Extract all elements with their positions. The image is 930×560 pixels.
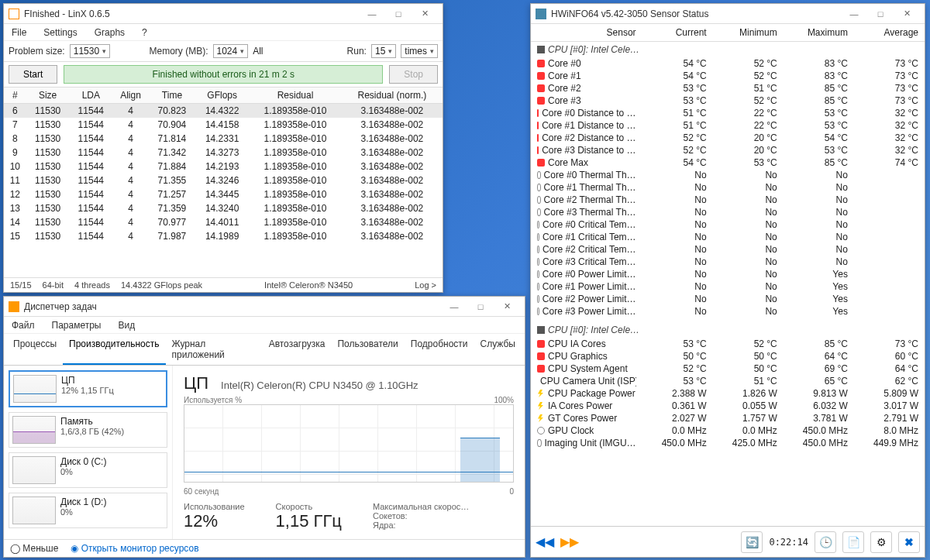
minimize-button[interactable]: —	[359, 6, 385, 22]
menu-file[interactable]: Файл	[7, 318, 40, 332]
stop-button[interactable]: Stop	[389, 65, 438, 84]
linx-titlebar[interactable]: FInished - LinX 0.6.5 — □ ✕	[4, 4, 443, 24]
sensor-row[interactable]: Core #1 Critical Tem…NoNoNo	[531, 231, 925, 243]
sensor-row[interactable]: Core #3 Distance to …52 °C20 °C53 °C32 °…	[531, 144, 925, 156]
sensor-row[interactable]: Core #0 Power Limit…NoNoYes	[531, 268, 925, 280]
menu-graphs[interactable]: Graphs	[90, 26, 129, 40]
times-combo[interactable]: times	[401, 44, 438, 58]
tab-app-history[interactable]: Журнал приложений	[166, 334, 263, 365]
sensor-row[interactable]: Core #1 Distance to …51 °C22 °C53 °C32 °…	[531, 119, 925, 132]
linx-results-grid[interactable]: #SizeLDA AlignTimeGFlops ResidualResidua…	[4, 88, 443, 277]
linx-result-row[interactable]: 91153011544471.34214.32731.189358e-0103.…	[4, 146, 443, 160]
linx-result-row[interactable]: 71153011544470.90414.41581.189358e-0103.…	[4, 118, 443, 132]
sensor-row[interactable]: Core #2 Power Limit…NoNoYes	[531, 293, 925, 305]
sensor-row[interactable]: Core #353 °C52 °C85 °C73 °C	[531, 94, 925, 107]
open-resmon-link[interactable]: ◉ Открыть монитор ресурсов	[71, 543, 198, 554]
menu-settings[interactable]: Settings	[39, 26, 81, 40]
menu-params[interactable]: Параметры	[47, 318, 106, 332]
hw-group-cpu2[interactable]: CPU [#0]: Intel Cele…	[531, 322, 925, 338]
run-combo[interactable]: 15	[371, 44, 396, 58]
sensor-row[interactable]: CPU Package Power2.388 W1.826 W9.813 W5.…	[531, 387, 925, 400]
hw-titlebar[interactable]: HWiNFO64 v5.42-3050 Sensor Status — □ ✕	[531, 4, 925, 24]
sensor-row[interactable]: Core #3 Critical Tem…NoNoNo	[531, 256, 925, 268]
sensor-row[interactable]: Core #3 Thermal Th…NoNoNo	[531, 206, 925, 218]
minimize-button[interactable]: —	[841, 6, 867, 22]
menu-help[interactable]: ?	[137, 26, 152, 40]
refresh-button[interactable]: 🔄	[741, 531, 763, 553]
sensor-row[interactable]: Core #154 °C52 °C83 °C73 °C	[531, 70, 925, 82]
clock-icon	[537, 295, 539, 303]
tm-app-icon	[9, 301, 19, 312]
nav-prev-button[interactable]: ◀◀	[536, 534, 554, 549]
sensor-row[interactable]: Core #0 Critical Tem…NoNoNo	[531, 218, 925, 231]
temp-icon	[537, 134, 539, 142]
tab-startup[interactable]: Автозагрузка	[263, 334, 332, 365]
sensor-row[interactable]: Core #1 Thermal Th…NoNoNo	[531, 181, 925, 194]
nav-next-button[interactable]: ▶▶	[560, 534, 579, 549]
footer-log[interactable]: Log >	[415, 280, 436, 290]
linx-window: FInished - LinX 0.6.5 — □ ✕ File Setting…	[3, 3, 443, 293]
linx-result-row[interactable]: 141153011544470.97714.40111.189358e-0103…	[4, 215, 443, 229]
sensor-row[interactable]: IA Cores Power0.361 W0.055 W6.032 W3.017…	[531, 400, 925, 412]
sensor-row[interactable]: Core #1 Power Limit…NoNoYes	[531, 280, 925, 293]
fewer-details[interactable]: ◯ Меньше	[10, 543, 58, 554]
sensor-row[interactable]: Core Max54 °C53 °C85 °C74 °C	[531, 156, 925, 169]
tab-services[interactable]: Службы	[474, 334, 522, 365]
cpu-usage-value: 12%	[184, 511, 245, 531]
linx-result-row[interactable]: 101153011544471.88414.21931.189358e-0103…	[4, 160, 443, 173]
maximize-button[interactable]: □	[467, 299, 494, 314]
close-button[interactable]: ✕	[412, 6, 438, 22]
tab-details[interactable]: Подробности	[405, 334, 474, 365]
sensor-row[interactable]: CPU Camera Unit (ISP)53 °C51 °C65 °C62 °…	[531, 375, 925, 387]
problem-size-combo[interactable]: 11530	[70, 44, 110, 58]
sensor-row[interactable]: Core #0 Distance to …51 °C22 °C53 °C32 °…	[531, 107, 925, 119]
sensor-row[interactable]: Core #054 °C52 °C83 °C73 °C	[531, 57, 925, 70]
linx-app-icon	[9, 9, 19, 19]
tm-titlebar[interactable]: Диспетчер задач — □ ✕	[4, 297, 525, 317]
sensor-row[interactable]: CPU System Agent52 °C50 °C69 °C64 °C	[531, 362, 925, 375]
linx-result-row[interactable]: 111153011544471.35514.32461.189358e-0103…	[4, 173, 443, 187]
all-label[interactable]: All	[253, 46, 263, 57]
linx-result-row[interactable]: 131153011544471.35914.32401.189358e-0103…	[4, 201, 443, 215]
close-button[interactable]: ✕	[894, 6, 920, 22]
linx-result-row[interactable]: 151153011544471.98714.19891.189358e-0103…	[4, 229, 443, 243]
linx-result-row[interactable]: 121153011544471.25714.34451.189358e-0103…	[4, 187, 443, 201]
clock-icon[interactable]: 🕒	[815, 531, 836, 553]
menu-file[interactable]: File	[7, 26, 31, 40]
hw-column-header[interactable]: Sensor Current Minimum Maximum Average	[531, 24, 925, 42]
sensor-row[interactable]: GT Cores Power2.027 W1.757 W3.781 W2.791…	[531, 412, 925, 424]
hw-sensor-list[interactable]: CPU [#0]: Intel Cele… Core #054 °C52 °C8…	[531, 42, 925, 526]
cpu-speed-value: 1,15 ГГц	[276, 511, 342, 531]
sidebar-memory[interactable]: Память1,6/3,8 ГБ (42%)	[9, 412, 167, 448]
maximize-button[interactable]: □	[867, 6, 894, 22]
close-sensors-button[interactable]: ✖	[898, 531, 920, 553]
menu-view[interactable]: Вид	[113, 318, 140, 332]
start-button[interactable]: Start	[9, 65, 57, 84]
sensor-row[interactable]: Core #0 Thermal Th…NoNoNo	[531, 169, 925, 181]
sensor-row[interactable]: Core #253 °C51 °C85 °C73 °C	[531, 82, 925, 94]
linx-result-row[interactable]: 61153011544470.82314.43221.189358e-0103.…	[4, 104, 443, 119]
settings-button[interactable]: ⚙	[870, 531, 892, 553]
sidebar-cpu[interactable]: ЦП12% 1,15 ГГц	[9, 370, 167, 407]
sensor-row[interactable]: Core #2 Thermal Th…NoNoNo	[531, 194, 925, 206]
tab-processes[interactable]: Процессы	[7, 334, 63, 365]
sensor-row[interactable]: CPU Graphics50 °C50 °C64 °C60 °C	[531, 350, 925, 362]
log-button[interactable]: 📄	[842, 531, 864, 553]
sensor-row[interactable]: Core #2 Critical Tem…NoNoNo	[531, 243, 925, 256]
footer-threads: 4 threads	[74, 280, 110, 290]
sensor-row[interactable]: Core #2 Distance to …52 °C20 °C54 °C32 °…	[531, 132, 925, 144]
sensor-row[interactable]: Core #3 Power Limit…NoNoYes	[531, 305, 925, 318]
sidebar-disk1[interactable]: Диск 1 (D:)0%	[9, 493, 167, 528]
sensor-row[interactable]: GPU Clock0.0 MHz0.0 MHz450.0 MHz8.0 MHz	[531, 424, 925, 437]
close-button[interactable]: ✕	[494, 299, 520, 314]
sensor-row[interactable]: CPU IA Cores53 °C52 °C85 °C73 °C	[531, 338, 925, 350]
tab-performance[interactable]: Производительность	[63, 334, 165, 365]
hw-group-cpu[interactable]: CPU [#0]: Intel Cele…	[531, 42, 925, 57]
tab-users[interactable]: Пользователи	[331, 334, 404, 365]
maximize-button[interactable]: □	[385, 6, 412, 22]
sensor-row[interactable]: Imaging Unit (IMGU…450.0 MHz425.0 MHz450…	[531, 437, 925, 449]
memory-combo[interactable]: 1024	[213, 44, 249, 58]
linx-result-row[interactable]: 81153011544471.81414.23311.189358e-0103.…	[4, 132, 443, 146]
sidebar-disk0[interactable]: Диск 0 (C:)0%	[9, 452, 167, 488]
minimize-button[interactable]: —	[441, 299, 467, 314]
